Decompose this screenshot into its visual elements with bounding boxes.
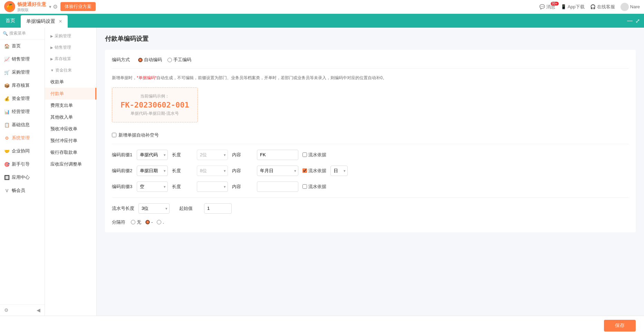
user-avatar bbox=[621, 3, 629, 11]
sidebar-label-system: 系统管理 bbox=[12, 135, 30, 141]
sidebar-item-inventory[interactable]: 📦 库存核算 bbox=[0, 79, 45, 92]
serial-length-select[interactable]: 3位 bbox=[138, 203, 170, 214]
auto-fill-label: 新增单据自动补空号 bbox=[118, 132, 159, 138]
topbar-right: 💬 消息 99+ 📱 App下载 🎧 在线客服 Nare bbox=[539, 3, 640, 11]
prefix2-length-wrapper: 8位 bbox=[197, 166, 228, 176]
sub-group-capital[interactable]: ▼ 资金往来 bbox=[45, 65, 96, 76]
settings-icon[interactable]: ⚙ bbox=[53, 3, 58, 10]
start-value-label: 起始值 bbox=[179, 205, 200, 212]
online-service-btn[interactable]: 🎧 在线客服 bbox=[590, 4, 615, 10]
auto-encoding-radio[interactable]: 自动编码 bbox=[138, 57, 162, 63]
sidebar-search[interactable]: 🔍 搜索菜单 bbox=[0, 28, 45, 39]
sidebar: 🔍 搜索菜单 🏠 首页 📈 销售管理 🛒 采购管理 📦 库存核算 💰 bbox=[0, 28, 45, 316]
prefix3-flowing-checkbox[interactable]: 流水依据 bbox=[302, 184, 326, 190]
prefix2-content-label: 内容 bbox=[232, 168, 253, 174]
sep-dash-input[interactable] bbox=[145, 220, 150, 224]
app-icon: 📱 bbox=[561, 4, 566, 9]
prefix2-flowing-checkbox[interactable]: 流水依据 bbox=[302, 168, 326, 174]
minimize-btn[interactable]: — bbox=[627, 18, 633, 24]
apps-icon: 🔲 bbox=[4, 175, 10, 180]
sidebar-collapse-btn[interactable]: ◀ bbox=[37, 307, 40, 313]
maximize-btn[interactable]: ⤢ bbox=[635, 18, 640, 24]
prefix3-flowing-input[interactable] bbox=[302, 184, 307, 189]
prefix2-select[interactable]: 单据日期 bbox=[137, 166, 168, 176]
sub-item-ap-adjust[interactable]: 应收应付调整单 bbox=[45, 158, 96, 170]
sidebar-label-purchase: 采购管理 bbox=[12, 69, 30, 75]
prefix1-flowing-input[interactable] bbox=[302, 152, 307, 157]
sep-dot-input[interactable] bbox=[157, 220, 161, 224]
sub-item-receipt[interactable]: 收款单 bbox=[45, 76, 96, 88]
user-name: Nare bbox=[630, 4, 640, 9]
auto-encoding-input[interactable] bbox=[138, 58, 143, 62]
sep-none[interactable]: 无 bbox=[131, 219, 141, 225]
prefix2-unit-select[interactable]: 日 bbox=[330, 166, 348, 176]
tab-home[interactable]: 首页 bbox=[0, 14, 21, 28]
sub-group-purchase[interactable]: ▶ 采购管理 bbox=[45, 30, 96, 42]
sidebar-item-apps[interactable]: 🔲 应用中心 bbox=[0, 171, 45, 184]
sub-item-other-income[interactable]: 其他收入单 bbox=[45, 111, 96, 123]
sidebar-item-finance[interactable]: 💰 资金管理 bbox=[0, 92, 45, 105]
tab-encoding-settings[interactable]: 单据编码设置 ✕ bbox=[21, 15, 68, 28]
sidebar-label-finance: 资金管理 bbox=[12, 95, 30, 102]
sidebar-item-system[interactable]: ⚙ 系统管理 bbox=[0, 131, 45, 145]
sidebar-item-operations[interactable]: 📊 经营管理 bbox=[0, 105, 45, 118]
sub-item-prepaid-offset[interactable]: 预收冲应收单 bbox=[45, 123, 96, 135]
prefix2-label: 编码前缀2 bbox=[112, 168, 133, 174]
sep-dash[interactable]: - bbox=[145, 220, 153, 225]
prefix2-length-select[interactable]: 8位 bbox=[197, 166, 228, 176]
sidebar-item-guide[interactable]: 🎯 新手引导 bbox=[0, 158, 45, 171]
prefix1-flowing-checkbox[interactable]: 流水依据 bbox=[302, 152, 326, 158]
trial-btn[interactable]: 体验行业方案 bbox=[60, 2, 96, 11]
manual-encoding-radio[interactable]: 手工编码 bbox=[167, 57, 191, 63]
app-download-btn[interactable]: 📱 App下载 bbox=[561, 4, 585, 10]
service-icon: 🎧 bbox=[590, 4, 596, 9]
sub-item-advance-offset[interactable]: 预付冲应付单 bbox=[45, 135, 96, 147]
save-button[interactable]: 保存 bbox=[604, 320, 636, 332]
sub-item-receipt-label: 收款单 bbox=[50, 79, 64, 85]
sub-group-sales[interactable]: ▶ 销售管理 bbox=[45, 42, 96, 53]
user-area[interactable]: Nare bbox=[621, 3, 640, 11]
tab-close-icon[interactable]: ✕ bbox=[59, 19, 62, 24]
sub-item-payment[interactable]: 付款单 bbox=[45, 88, 96, 100]
auto-fill-checkbox[interactable] bbox=[112, 133, 116, 137]
prefix1-content-input[interactable] bbox=[257, 150, 298, 160]
prefix1-select[interactable]: 单据代码 bbox=[137, 150, 168, 160]
sub-item-expense[interactable]: 费用支出单 bbox=[45, 100, 96, 111]
prefix2-flowing-input[interactable] bbox=[302, 168, 307, 173]
message-btn[interactable]: 💬 消息 99+ bbox=[539, 4, 555, 10]
arrow-right-icon2: ▶ bbox=[50, 46, 53, 49]
example-code: FK-20230602-001 bbox=[121, 101, 189, 109]
start-value-input[interactable] bbox=[204, 203, 232, 214]
example-box: 当前编码示例： FK-20230602-001 单据代码-单据日期-流水号 bbox=[112, 87, 198, 122]
sub-group-inventory[interactable]: ▶ 库存核算 bbox=[45, 53, 96, 65]
prefix1-length-select[interactable]: 2位 bbox=[197, 150, 228, 160]
sep-dot[interactable]: . bbox=[157, 220, 164, 225]
nav-arrow-icon[interactable]: ▾ bbox=[49, 4, 51, 9]
operations-icon: 📊 bbox=[4, 109, 10, 114]
sidebar-item-member[interactable]: V 畅会员 bbox=[0, 184, 45, 197]
finance-icon: 💰 bbox=[4, 96, 10, 101]
arrow-down-icon: ▼ bbox=[50, 68, 54, 72]
sidebar-item-sales[interactable]: 📈 销售管理 bbox=[0, 53, 45, 66]
prefix3-select[interactable]: 空 bbox=[137, 182, 168, 192]
inventory-icon: 📦 bbox=[4, 83, 10, 88]
sidebar-label-enterprise: 企业协同 bbox=[12, 148, 30, 154]
sidebar-item-basic-info[interactable]: 📋 基础信息 bbox=[0, 118, 45, 131]
prefix2-flowing-label: 流水依据 bbox=[308, 168, 326, 174]
system-icon: ⚙ bbox=[4, 135, 10, 141]
prefix3-content-input[interactable] bbox=[257, 182, 298, 192]
sub-item-bank-deposit[interactable]: 银行存取款单 bbox=[45, 147, 96, 158]
prefix3-length-select[interactable] bbox=[197, 182, 228, 192]
sidebar-item-purchase[interactable]: 🛒 采购管理 bbox=[0, 66, 45, 79]
prefix2-content-select[interactable]: 年月日 bbox=[257, 166, 298, 176]
brand-sub: 旗舰版 bbox=[17, 7, 46, 12]
sub-group-purchase-label: 采购管理 bbox=[55, 33, 71, 39]
sidebar-item-enterprise[interactable]: 🤝 企业协同 bbox=[0, 145, 45, 158]
prefix3-content-label: 内容 bbox=[232, 184, 253, 190]
sep-none-input[interactable] bbox=[131, 220, 135, 224]
sidebar-settings-btn[interactable]: ⚙ bbox=[4, 307, 9, 313]
sidebar-item-home[interactable]: 🏠 首页 bbox=[0, 39, 45, 53]
manual-encoding-input[interactable] bbox=[167, 58, 172, 62]
sidebar-label-basic-info: 基础信息 bbox=[12, 122, 30, 128]
sep-none-label: 无 bbox=[137, 219, 141, 225]
